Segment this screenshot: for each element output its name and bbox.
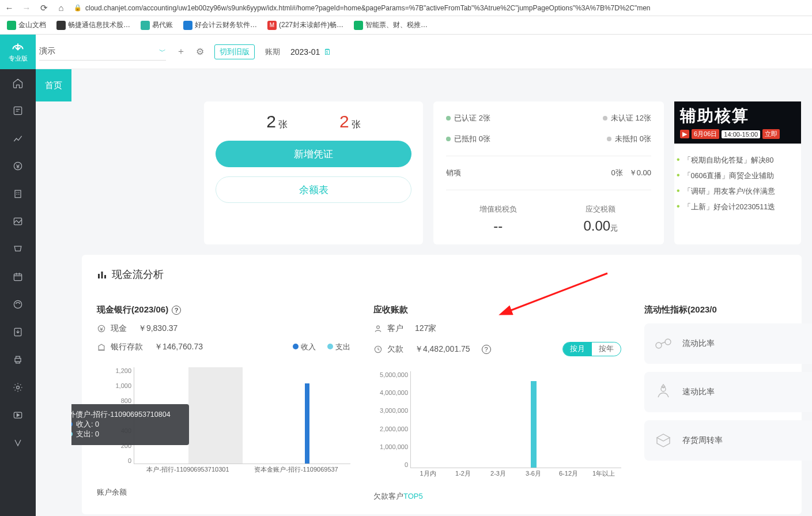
balance-sheet-button[interactable]: 余额表	[216, 176, 411, 203]
voucher-count-left: 2	[266, 112, 276, 131]
period-toggle[interactable]: 按月按年	[562, 342, 621, 356]
chart-hover-band	[188, 367, 243, 464]
liquidity-item[interactable]: 流动比率	[644, 323, 812, 364]
cashflow-analysis-card: 现金流分析 现金银行(2023/06)? 现金 ￥9,830.37 银行存款 ￥…	[82, 255, 802, 514]
promo-item[interactable]: 「上新」好会计20230511迭	[677, 199, 799, 215]
voucher-card: 2张 2张 新增凭证 余额表	[204, 101, 423, 244]
left-nav-rail: 专业版	[0, 35, 36, 516]
bookmark-item[interactable]: 好会计云财务软件…	[183, 20, 257, 30]
bank-icon	[97, 342, 106, 352]
add-voucher-button[interactable]: 新增凭证	[216, 141, 411, 167]
svg-rect-10	[98, 274, 100, 278]
nav-v-icon[interactable]	[0, 429, 36, 457]
promo-card: 辅助核算 ▶6月06日 14:00-15:00 立即 「税期自助化答疑」解决80…	[674, 101, 801, 244]
nav-image-icon[interactable]	[0, 208, 36, 235]
svg-rect-0	[14, 107, 21, 114]
promo-item[interactable]: 「调研」用友客户/伙伴满意	[677, 184, 799, 199]
section-title: 现金流分析	[97, 268, 787, 281]
nav-video-icon[interactable]	[0, 401, 36, 429]
svg-rect-2	[15, 190, 21, 198]
receivable-chart: 5,000,0004,000,0003,000,0002,000,0001,00…	[373, 371, 621, 481]
coin-icon	[97, 324, 106, 333]
clock-icon	[373, 345, 383, 354]
company-name: 演示	[39, 46, 55, 57]
calendar-icon: 🗓	[323, 47, 331, 57]
receivable-section: 应收账款 客户 127家 欠款 ￥4,482,001.75 ? 按月按年 5,0…	[373, 304, 621, 502]
svg-point-5	[14, 300, 21, 308]
nav-money-icon[interactable]	[0, 152, 36, 180]
gear-icon[interactable]: ⚙	[196, 46, 204, 57]
svg-rect-4	[14, 274, 21, 281]
nav-export-icon[interactable]	[0, 318, 36, 346]
cash-chart: 1,2001,0008006004002000 本户-招行-1109069537…	[97, 367, 350, 477]
app-logo[interactable]: 专业版	[0, 35, 36, 69]
promo-item[interactable]: 「税期自助化答疑」解决80	[677, 153, 799, 168]
svg-point-8	[17, 386, 20, 389]
bookmark-item[interactable]: 金山文档	[7, 20, 46, 30]
svg-point-17	[665, 339, 671, 345]
nav-chart-icon[interactable]	[0, 125, 36, 152]
nav-print-icon[interactable]	[0, 346, 36, 374]
svg-rect-11	[101, 272, 103, 278]
chart-bar[interactable]	[531, 381, 537, 468]
tab-home[interactable]: 首页	[36, 69, 71, 101]
nav-support-icon[interactable]	[0, 291, 36, 318]
chevron-down-icon: ﹀	[159, 47, 166, 57]
browser-toolbar: ← → ⟳ ⌂ 🔒 cloud.chanjet.com/accounting/u…	[0, 0, 812, 16]
svg-point-16	[656, 342, 662, 348]
nav-home-icon[interactable]	[0, 69, 36, 97]
bookmark-item[interactable]: M(227封未读邮件)畅…	[267, 20, 343, 30]
plus-icon[interactable]: ＋	[176, 46, 186, 58]
recv-footer: 欠款客户TOP5	[373, 491, 621, 502]
nav-cart-icon[interactable]	[0, 235, 36, 263]
liquidity-section: 流动性指标(2023/0 流动比率 速动比率 存货周转率	[644, 304, 812, 502]
liquidity-item[interactable]: 速动比率	[644, 372, 812, 412]
period-label: 账期	[265, 47, 280, 57]
user-icon	[373, 324, 383, 333]
svg-point-14	[377, 326, 380, 329]
bookmark-item[interactable]: 智能票、财、税推…	[354, 20, 428, 30]
nav-voucher-icon[interactable]	[0, 97, 36, 125]
back-icon[interactable]: ←	[5, 3, 14, 13]
reload-icon[interactable]: ⟳	[39, 3, 48, 13]
chart-tooltip: 外债户-招行-110906953710804 收入: 0 支出: 0	[71, 404, 189, 445]
bar-chart-icon	[97, 269, 107, 280]
bookmark-item[interactable]: 畅捷通信息技术股…	[56, 20, 130, 30]
forward-icon[interactable]: →	[22, 3, 31, 13]
voucher-count-right: 2	[339, 112, 349, 131]
company-select[interactable]: 演示 ﹀	[39, 43, 166, 61]
promo-item[interactable]: 「0606直播」商贸企业辅助	[677, 168, 799, 184]
bookmark-item[interactable]: 易代账	[141, 20, 173, 30]
cash-bank-section: 现金银行(2023/06)? 现金 ￥9,830.37 银行存款 ￥146,76…	[97, 304, 350, 502]
home-icon[interactable]: ⌂	[56, 3, 66, 13]
tab-bar: 首页	[36, 69, 71, 101]
tax-card: 已认证 2张未认证 12张 已抵扣 0张未抵扣 0张 销项0张 ￥0.00 增值…	[433, 101, 664, 244]
nav-settings-icon[interactable]	[0, 374, 36, 401]
cash-footer: 账户余额	[97, 487, 350, 498]
url-text: cloud.chanjet.com/accounting/uw1eb00zy96…	[85, 4, 651, 12]
svg-rect-7	[15, 359, 21, 362]
promo-list: 「税期自助化答疑」解决80 「0606直播」商贸企业辅助 「调研」用友客户/伙伴…	[674, 144, 801, 215]
help-icon[interactable]: ?	[172, 306, 181, 315]
lock-icon: 🔒	[74, 4, 82, 12]
switch-old-button[interactable]: 切到旧版	[214, 44, 255, 59]
promo-title: 辅助核算	[674, 101, 801, 128]
url-bar[interactable]: 🔒 cloud.chanjet.com/accounting/uw1eb00zy…	[74, 4, 807, 12]
nav-building-icon[interactable]	[0, 180, 36, 208]
svg-rect-12	[104, 275, 106, 278]
bookmarks-bar: 金山文档 畅捷通信息技术股… 易代账 好会计云财务软件… M(227封未读邮件)…	[0, 16, 812, 35]
period-picker[interactable]: 2023-01 🗓	[290, 47, 331, 57]
help-icon[interactable]: ?	[482, 345, 491, 354]
nav-calendar-icon[interactable]	[0, 263, 36, 291]
chart-bar[interactable]	[305, 383, 309, 464]
main-content: 2张 2张 新增凭证 余额表 已认证 2张未认证 12张 已抵扣 0张未抵扣 0…	[71, 101, 812, 516]
app-header: 演示 ﹀ ＋ ⚙ 切到旧版 账期 2023-01 🗓	[0, 35, 812, 69]
liquidity-item[interactable]: 存货周转率	[644, 420, 812, 461]
customer-count: 127家	[415, 323, 436, 334]
